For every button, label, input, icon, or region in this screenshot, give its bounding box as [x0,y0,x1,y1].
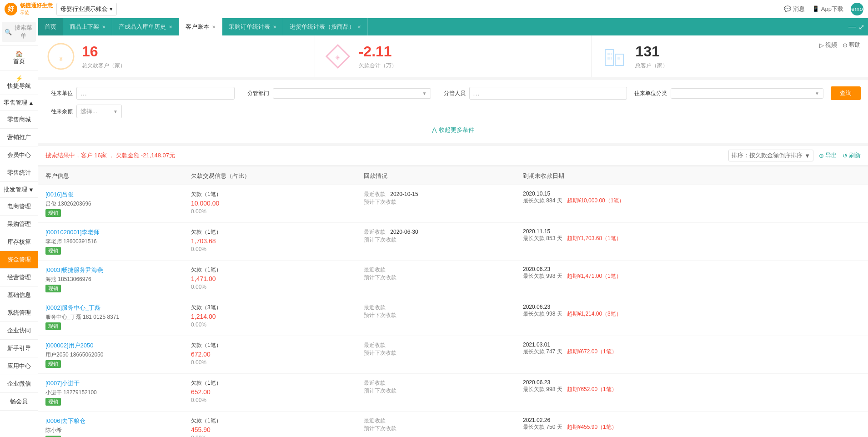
customer-id-link[interactable]: [0002]服务中心_丁磊 [45,304,191,312]
close-tab-icon[interactable]: ✕ [169,25,172,30]
debt-amount[interactable]: 10,000.00 [191,200,364,207]
tab-product-list[interactable]: 商品上下架 ✕ [63,18,112,35]
query-button[interactable]: 查询 [831,86,861,100]
customer-id-link[interactable]: [0006]去下粮仓 [45,417,191,425]
debt-amount[interactable]: 1,471.00 [191,275,364,282]
sidebar-item-capital-mgmt[interactable]: 资金管理 [0,251,38,269]
sidebar-item-home[interactable]: 🏠首页 [0,46,38,70]
refresh-button[interactable]: ↺ 刷新 [843,151,861,160]
tab-customer-ledger[interactable]: 客户账本 ✕ [179,18,222,35]
sidebar-item-retail-mall[interactable]: 零售商城 [0,111,38,129]
customer-id-link[interactable]: [0007]小进干 [45,379,191,387]
company-selector[interactable]: 母婴行业演示账套 ▾ [56,3,117,15]
filter-area: 往来单位 ... 分管部门 ▼ 分管人员 [38,80,868,143]
sort-selector[interactable]: 排序：按欠款金额倒序排序 ▼ [728,150,813,161]
sidebar-item-wholesale-mgmt[interactable]: 批发管理 ▼ [0,182,38,198]
overdue-days: 最长欠款 853 天 超期¥1,703.68（1笔） [523,235,861,242]
sidebar-item-corp-collab[interactable]: 企业协同 [0,322,38,340]
avatar[interactable]: demo2 [851,3,863,15]
dept-select[interactable]: ▼ [273,88,431,99]
overdue-days: 最长欠款 747 天 超期¥672.00（1笔） [523,348,861,356]
sidebar-item-quick-nav[interactable]: ⚡快捷导航 [0,70,38,95]
svg-text:¥: ¥ [59,55,63,62]
table-row: [0006]去下粮仓 陈小希 现销 欠款（1笔） 455.90 0.00% 最近… [38,412,868,437]
sidebar-item-basic-info[interactable]: 基础信息 [0,286,38,304]
sidebar-item-marketing[interactable]: 营销推广 [0,129,38,146]
sidebar-item-operations[interactable]: 经营管理 [0,269,38,286]
sidebar-item-newbie-guide[interactable]: 新手引导 [0,340,38,357]
last-payment-date: 2020-10-15 [390,191,418,197]
close-tab-icon[interactable]: ✕ [212,25,216,30]
customer-badge: 现销 [45,322,61,330]
help-button[interactable]: ⊙ 帮助 [843,41,861,49]
overdue-amount-link[interactable]: 超期¥1,703.68（1笔） [567,235,622,241]
video-button[interactable]: ▷ 视频 [819,41,837,49]
stat-icon-building [601,43,628,70]
last-payment-label: 最近收款 [364,191,389,197]
overdue-days: 最长欠款 750 天 超期¥455.90（1笔） [523,423,861,431]
due-date-value: 2020.11.15 [523,228,861,235]
unit-category-select[interactable]: ▼ [671,88,823,99]
debt-amount[interactable]: 455.90 [191,426,364,433]
stat-card-debt-total: ◈ -2.11 欠款合计（万） [315,35,592,77]
customer-id-link[interactable]: [000002]用户2050 [45,342,191,350]
customer-id-link[interactable]: [0001020001]李老师 [45,228,191,236]
unit-category-label: 往来单位分类 [634,90,667,97]
overdue-amount-link[interactable]: 超期¥652.00（1笔） [567,386,617,392]
tab-home[interactable]: 首页 [38,18,63,35]
table-row: [0003]畅捷服务尹海燕 海燕 18513066976 现销 欠款（1笔） 1… [38,261,868,298]
tab-purchase-order[interactable]: 采购订单统计表 ✕ [222,18,283,35]
collapse-icon: ⋀ [432,126,439,133]
filter-source-unit: 往来单位 ... [45,87,235,100]
due-date-cell: 2021.03.01 最长欠款 747 天 超期¥672.00（1笔） [523,342,861,356]
message-button[interactable]: 💬 消息 [784,5,805,13]
sidebar-item-ecommerce[interactable]: 电商管理 [0,198,38,216]
table-row: [0007]小进干 小进干 18279152100 现销 欠款（1笔） 652.… [38,374,868,412]
sidebar-item-member-app[interactable]: 畅会员 [0,393,38,411]
due-date-cell: 2020.06.23 最长欠款 998 天 超期¥1,214.00（3笔） [523,304,861,318]
collapse-bar[interactable]: ⋀ 收起更多条件 [45,123,861,137]
overdue-amount-link[interactable]: 超期¥10,000.00（1笔） [567,197,625,204]
debt-amount[interactable]: 1,703.68 [191,237,364,245]
close-tab-icon[interactable]: ✕ [273,25,276,30]
customer-id-link[interactable]: [0016]吕俊 [45,191,191,199]
search-menu-input[interactable]: 🔍 搜索菜单 [2,22,36,42]
debt-count: 欠款（1笔） [191,266,364,274]
last-payment-label: 最近收款 [364,266,389,273]
overdue-amount-link[interactable]: 超期¥672.00（1笔） [567,348,617,355]
overdue-amount-link[interactable]: 超期¥455.90（1笔） [567,424,617,430]
app-download-button[interactable]: 📱 App下载 [812,5,843,13]
overdue-amount-link[interactable]: 超期¥1,471.00（1笔） [567,273,622,279]
customer-contact: 李老师 18600391516 [45,238,191,246]
debt-amount[interactable]: 652.00 [191,388,364,396]
sidebar-item-retail-stats[interactable]: 零售统计 [0,164,38,182]
minimize-icon[interactable]: — [848,23,856,31]
person-input[interactable]: ... [469,87,627,100]
sidebar-item-system[interactable]: 系统管理 [0,304,38,322]
export-button[interactable]: ⊙ 导出 [819,151,837,160]
maximize-icon[interactable]: ⤢ [858,23,864,31]
remainder-select[interactable]: 选择... ▼ [76,105,122,118]
tab-purchase-stats[interactable]: 进货单统计表（按商品） ✕ [283,18,368,35]
customer-contact: 海燕 18513066976 [45,276,191,283]
sidebar-item-inventory[interactable]: 库存核算 [0,233,38,251]
sidebar-item-wecom[interactable]: 企业微信 [0,375,38,393]
debt-amount[interactable]: 672.00 [191,351,364,358]
overdue-days: 最长欠款 998 天 超期¥1,471.00（1笔） [523,272,861,280]
debt-amount[interactable]: 1,214.00 [191,313,364,320]
svg-rect-10 [617,57,620,60]
customer-badge: 现销 [45,360,61,368]
sidebar-item-purchase[interactable]: 采购管理 [0,216,38,233]
customer-id-link[interactable]: [0003]畅捷服务尹海燕 [45,266,191,274]
debt-ratio: 0.00% [191,246,364,252]
sidebar-item-retail-mgmt[interactable]: 零售管理 ▲ [0,95,38,111]
sidebar-item-member-center[interactable]: 会员中心 [0,146,38,164]
source-unit-input[interactable]: ... [76,87,235,100]
close-tab-icon[interactable]: ✕ [102,25,105,30]
overdue-amount-link[interactable]: 超期¥1,214.00（3笔） [567,311,622,317]
person-label: 分管人员 [438,90,466,97]
sidebar-item-app-center[interactable]: 应用中心 [0,357,38,375]
close-tab-icon[interactable]: ✕ [357,25,361,30]
tab-product-history[interactable]: 产成品入库单历史 ✕ [112,18,179,35]
due-date-value: 2020.10.15 [523,191,861,197]
